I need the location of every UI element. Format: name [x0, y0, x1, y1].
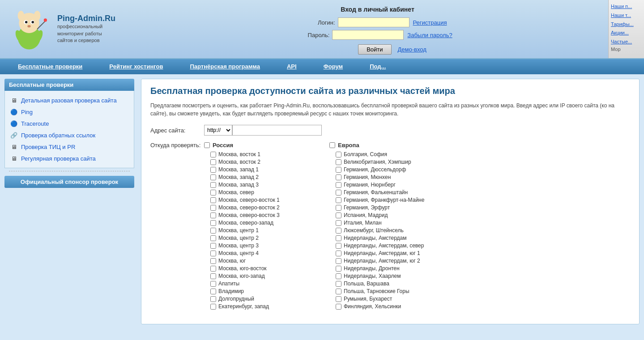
sidebar-link-backlinks[interactable]: Проверка обратных ссылок — [21, 132, 95, 139]
loc-ru-12: Москва, центр 2 — [204, 235, 316, 241]
right-link-2[interactable]: Наши т... — [611, 11, 642, 20]
navbar: Бесплатные проверки Рейтинг хостингов Па… — [0, 59, 644, 74]
svg-point-12 — [44, 18, 47, 21]
sidebar-item-tic-pr[interactable]: 🖥 Проверка ТИЦ и PR — [5, 141, 134, 153]
loc-ru-7: Москва, северо-восток 1 — [204, 197, 316, 203]
nav-item-free-checks[interactable]: Бесплатные проверки — [4, 59, 96, 74]
loc-ru-6: Москва, север — [204, 189, 316, 196]
europe-group-checkbox[interactable] — [329, 142, 335, 148]
sidebar-link-tic[interactable]: Проверка ТИЦ и PR — [21, 144, 75, 150]
loc-eu-9: Испания, Мадрид — [329, 212, 441, 218]
sidebar-link-detailed[interactable]: Детальная разовая проверка сайта — [21, 97, 117, 104]
link-icon: 🔗 — [9, 132, 18, 139]
loc-eu-4: Германия, Мюнхен — [329, 174, 441, 180]
password-label: Пароль: — [303, 32, 329, 38]
nav-item-api[interactable]: API — [273, 59, 310, 74]
loc-ru-16: Москва, юго-восток — [204, 265, 316, 272]
source-row: Откуда проверять: Россия Москва, восток … — [150, 142, 630, 311]
loc-eu-2: Великобритания, Хэмпшир — [329, 159, 441, 165]
map-label: Мор — [611, 47, 642, 52]
loc-eu-5: Германия, Нюрнберг — [329, 182, 441, 188]
loc-eu-7: Германия, Франкфурт-на-Майне — [329, 197, 441, 203]
forgot-link[interactable]: Забыли пароль? — [407, 32, 452, 38]
main-area: Бесплатные проверки 🖥 Детальная разовая … — [0, 79, 644, 324]
nav-item-partner[interactable]: Партнёрская программа — [176, 59, 273, 74]
ping-icon: 🔵 — [9, 108, 18, 115]
checkbox-area: Россия Москва, восток 1 Москва, восток 2… — [204, 142, 441, 311]
loc-eu-21: Финляндия, Хельсинки — [329, 303, 441, 310]
address-row: Адрес сайта: http:// https:// ftp:// — [150, 125, 630, 136]
loc-ru-5: Москва, запад 3 — [204, 182, 316, 188]
loc-eu-1: Болгария, София — [329, 151, 441, 157]
loc-ru-10: Москва, северо-запад — [204, 220, 316, 226]
right-link-3[interactable]: Тарифы... — [611, 20, 642, 29]
sidebar-item-detailed[interactable]: 🖥 Детальная разовая проверка сайта — [5, 94, 134, 106]
svg-point-3 — [34, 11, 41, 21]
sidebar: Бесплатные проверки 🖥 Детальная разовая … — [4, 79, 134, 188]
loc-eu-20: Румыния, Бухарест — [329, 296, 441, 302]
loc-eu-15: Нидерланды, Амстердам, юг 2 — [329, 258, 441, 264]
page-title: Бесплатная проверка доступности сайта из… — [150, 86, 630, 96]
loc-eu-13: Нидерланды, Амстердам, север — [329, 242, 441, 249]
login-input[interactable] — [338, 17, 409, 27]
monitor-icon: 🖥 — [9, 97, 18, 104]
demo-link[interactable]: Демо-вход — [398, 46, 426, 53]
password-row: Пароль: Забыли пароль? — [303, 30, 452, 40]
login-label: Логин: — [308, 19, 335, 26]
page-description: Предлагаем посмотреть и оценить, как раб… — [150, 102, 630, 118]
sidebar-sponsor: Официальный спонсор проверок — [4, 176, 134, 188]
logo-image — [4, 4, 54, 54]
loc-eu-8: Германия, Эрфурт — [329, 204, 441, 211]
register-link[interactable]: Регистрация — [413, 19, 447, 26]
login-btn-row: Войти Демо-вход — [358, 44, 426, 55]
nav-item-more[interactable]: Под... — [356, 59, 399, 74]
sidebar-item-regular[interactable]: 🖥 Регулярная проверка сайта — [5, 153, 134, 164]
header: Ping-Admin.Ru профессиональный мониторин… — [0, 0, 644, 59]
loc-ru-9: Москва, северо-восток 3 — [204, 212, 316, 218]
sidebar-item-ping[interactable]: 🔵 Ping — [5, 106, 134, 118]
url-input[interactable] — [232, 125, 322, 136]
sidebar-header: Бесплатные проверки — [4, 79, 134, 91]
russia-label: Россия — [213, 142, 233, 149]
loc-ru-1: Москва, восток 1 — [204, 151, 316, 157]
traceroute-icon: 🔵 — [9, 120, 18, 127]
europe-group-title: Европа — [329, 142, 441, 149]
loc-ru-20: Долгопрудный — [204, 296, 316, 302]
loc-eu-11: Люксембург, Штейнсель — [329, 227, 441, 234]
sidebar-item-traceroute[interactable]: 🔵 Traceroute — [5, 118, 134, 129]
sidebar-divider — [9, 171, 130, 171]
russia-group-checkbox[interactable] — [204, 142, 210, 148]
svg-point-8 — [27, 25, 30, 27]
right-link-1[interactable]: Наши п... — [611, 2, 642, 11]
login-row: Логин: Регистрация — [308, 17, 447, 27]
loc-ru-17: Москва, юго-запад — [204, 273, 316, 279]
right-link-4[interactable]: Акции... — [611, 29, 642, 38]
password-input[interactable] — [332, 30, 404, 40]
source-label: Откуда проверять: — [150, 142, 204, 149]
loc-eu-3: Германия, Дюссельдорф — [329, 166, 441, 173]
sidebar-item-backlinks[interactable]: 🔗 Проверка обратных ссылок — [5, 129, 134, 141]
signin-button[interactable]: Войти — [358, 44, 391, 55]
loc-eu-14: Нидерланды, Амстердам, юг 1 — [329, 250, 441, 256]
loc-eu-18: Польша, Варшава — [329, 280, 441, 287]
russia-col: Россия Москва, восток 1 Москва, восток 2… — [204, 142, 316, 311]
loc-ru-21: Екатеринбург, запад — [204, 303, 316, 310]
logo-text: Ping-Admin.Ru профессиональный мониторин… — [57, 14, 115, 44]
sidebar-link-traceroute[interactable]: Traceroute — [21, 120, 49, 127]
logo-area: Ping-Admin.Ru профессиональный мониторин… — [4, 4, 115, 54]
loc-ru-14: Москва, центр 4 — [204, 250, 316, 256]
login-section: Вход в личный кабинет Логин: Регистрация… — [115, 6, 640, 55]
sidebar-menu: 🖥 Детальная разовая проверка сайта 🔵 Pin… — [4, 91, 134, 168]
protocol-select[interactable]: http:// https:// ftp:// — [204, 125, 232, 136]
loc-ru-11: Москва, центр 1 — [204, 227, 316, 234]
address-label: Адрес сайта: — [150, 127, 204, 134]
sidebar-link-regular[interactable]: Регулярная проверка сайта — [21, 155, 96, 162]
nav-item-forum[interactable]: Форум — [310, 59, 356, 74]
nav-item-hosting-rating[interactable]: Рейтинг хостингов — [96, 59, 176, 74]
content-area: Бесплатная проверка доступности сайта из… — [141, 79, 640, 324]
loc-eu-10: Италия, Милан — [329, 220, 441, 226]
russia-group-title: Россия — [204, 142, 316, 149]
right-link-5[interactable]: Частые... — [611, 38, 642, 47]
loc-eu-19: Польша, Тарновские Горы — [329, 288, 441, 294]
sidebar-link-ping[interactable]: Ping — [21, 109, 33, 115]
